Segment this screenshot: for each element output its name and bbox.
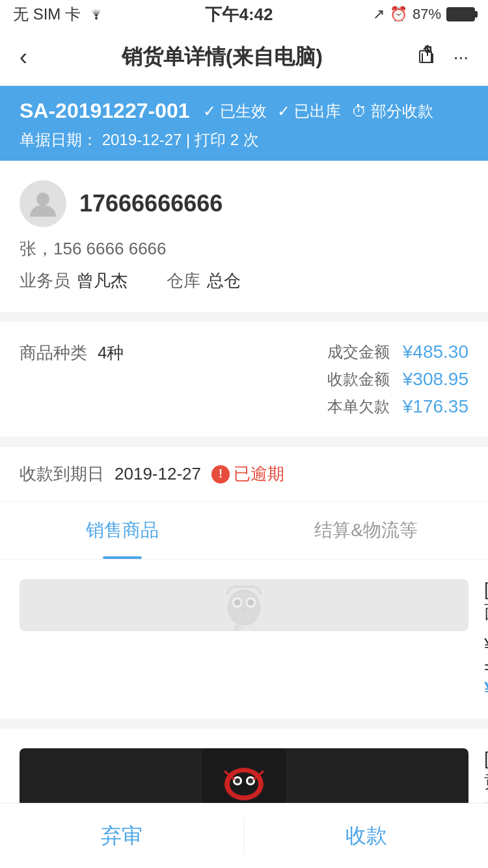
battery-icon [446, 7, 475, 21]
overdue-badge: ! 已逾期 [211, 463, 284, 485]
svg-point-16 [248, 778, 253, 783]
sales-info: 业务员 曾凡杰 [20, 269, 128, 292]
svg-point-7 [248, 599, 254, 606]
badge-shipped-label: 已出库 [294, 101, 341, 122]
status-time: 下午4:42 [205, 3, 273, 26]
confirm-button[interactable]: 收款 [245, 804, 489, 868]
order-date-info: 单据日期： 2019-12-27 | 打印 2 次 [20, 129, 468, 150]
overdue-text: 已逾期 [234, 463, 284, 485]
sales-name: 曾凡杰 [77, 269, 128, 292]
tab-sales-products[interactable]: 销售商品 [0, 502, 244, 559]
tab-settlement[interactable]: 结算&物流等 [244, 502, 488, 559]
status-right: ↗ ⏰ 87% [373, 6, 475, 23]
clock-icon: ⏱ [351, 102, 367, 120]
customer-meta: 业务员 曾凡杰 仓库 总仓 [20, 269, 468, 292]
badge-partial-label: 部分收款 [371, 101, 433, 122]
alarm-icon: ⏰ [390, 6, 407, 23]
tab-bar: 销售商品 结算&物流等 [0, 502, 488, 560]
cancel-button[interactable]: 弃审 [0, 804, 244, 868]
order-badges: ✓ 已生效 ✓ 已出库 ⏱ 部分收款 [203, 101, 433, 122]
customer-avatar [20, 180, 66, 227]
order-date: 2019-12-27 [102, 131, 182, 148]
due-date: 2019-12-27 [115, 464, 201, 484]
back-button[interactable]: ‹ [20, 44, 27, 71]
customer-phone: 17666666666 [79, 190, 223, 217]
sales-label: 业务员 [20, 269, 70, 292]
stats-right: 成交金额 ¥485.30 收款金额 ¥308.95 本单欠款 ¥176.35 [327, 342, 468, 417]
customer-section: 17666666666 张，156 6666 6666 业务员 曾凡杰 仓库 总… [0, 161, 488, 312]
debt-value: ¥176.35 [403, 396, 468, 417]
product-thumb-1: 鑫+ [20, 579, 468, 631]
svg-point-12 [230, 772, 258, 796]
product-name-1: [0000002]面包 [484, 579, 488, 625]
debt-item: 本单欠款 ¥176.35 [327, 396, 468, 417]
wifi-icon [87, 5, 105, 23]
page-title: 销货单详情(来自电脑) [122, 43, 323, 72]
stats-left: 商品种类 4种 [20, 342, 124, 364]
stats-section: 商品种类 4种 成交金额 ¥485.30 收款金额 ¥308.95 本单欠款 ¥… [0, 322, 488, 437]
product-unit-price-1: ¥40 [484, 634, 488, 655]
tab-settlement-label: 结算&物流等 [314, 518, 418, 543]
nav-actions: ··· [417, 44, 468, 70]
status-bar: 无 SIM 卡 下午4:42 ↗ ⏰ 87% [0, 0, 488, 29]
received-item: 收款金额 ¥308.95 [327, 369, 468, 390]
deal-amount-value: ¥485.30 [403, 342, 468, 362]
badge-shipped: ✓ 已出库 [277, 101, 341, 122]
badge-partial-payment: ⏱ 部分收款 [351, 101, 433, 122]
order-id: SA-20191227-001 [20, 99, 190, 123]
badge-effective-label: 已生效 [220, 101, 267, 122]
warehouse-label: 仓库 [167, 269, 200, 292]
category-label: 商品种类 [20, 342, 87, 364]
svg-point-0 [95, 17, 98, 20]
received-value: ¥308.95 [403, 369, 468, 390]
check-icon-1: ✓ [203, 102, 216, 120]
debt-label: 本单欠款 [327, 396, 390, 417]
received-label: 收款金额 [327, 369, 390, 390]
deal-amount-label: 成交金额 [327, 342, 390, 362]
warehouse-info: 仓库 总仓 [167, 269, 241, 292]
svg-point-15 [235, 778, 240, 783]
svg-text:鑫+: 鑫+ [234, 624, 244, 631]
status-left: 无 SIM 卡 [13, 4, 105, 25]
due-section: 收款到期日 2019-12-27 ! 已逾期 [0, 447, 488, 502]
more-button[interactable]: ··· [454, 47, 468, 68]
product-total-1: ¥199.99 [484, 678, 488, 698]
location-icon: ↗ [373, 6, 385, 23]
svg-point-2 [36, 193, 49, 206]
overdue-icon: ! [211, 465, 230, 483]
svg-point-6 [234, 599, 241, 606]
check-icon-2: ✓ [277, 102, 290, 120]
product-info-1: [0000002]面包 ¥40 x 5袋 = ¥199.99 [484, 579, 488, 699]
carrier-text: 无 SIM 卡 [13, 4, 81, 25]
warehouse-name: 总仓 [207, 269, 241, 292]
bottom-bar: 弃审 收款 [0, 803, 488, 868]
tab-sales-label: 销售商品 [86, 518, 159, 543]
product-price-1: ¥40 x 5袋 = ¥199.99 [484, 632, 488, 699]
due-label: 收款到期日 [20, 463, 104, 485]
order-header-banner: SA-20191227-001 ✓ 已生效 ✓ 已出库 ⏱ 部分收款 单据日期：… [0, 86, 488, 161]
nav-bar: ‹ 销货单详情(来自电脑) ··· [0, 29, 488, 86]
category-value: 4种 [98, 342, 124, 364]
product-item-1: 鑫+ [0000002]面包 ¥40 x 5袋 = ¥199.99 [0, 560, 488, 718]
print-info: | 打印 2 次 [186, 131, 259, 148]
customer-name-phone: 张，156 6666 6666 [20, 237, 468, 260]
deal-amount-item: 成交金额 ¥485.30 [327, 342, 468, 362]
badge-effective: ✓ 已生效 [203, 101, 267, 122]
battery-text: 87% [413, 6, 441, 23]
date-label: 单据日期： [20, 131, 98, 148]
product-name-2: [000400001]黄油曲奇 [484, 748, 488, 794]
share-button[interactable] [417, 44, 438, 70]
